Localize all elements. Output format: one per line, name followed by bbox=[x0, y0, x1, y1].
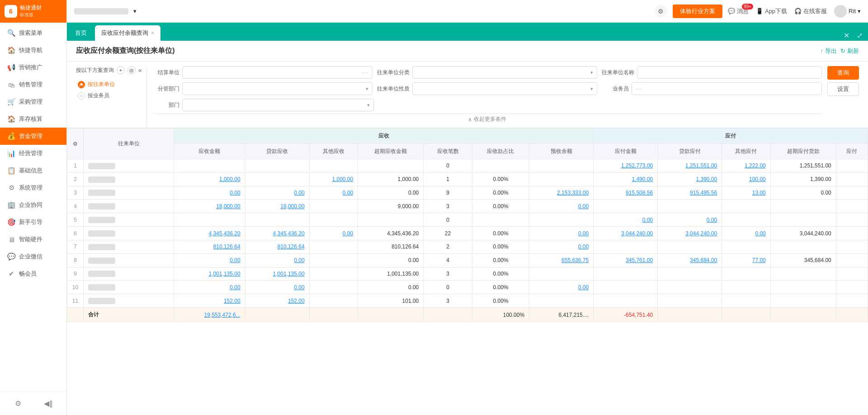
sidebar-item-finance[interactable]: 💰资金管理 bbox=[0, 128, 66, 145]
wechat-icon: 💬 bbox=[7, 253, 15, 261]
th-payable-amount: 应付金额 bbox=[594, 144, 658, 159]
maximize-icon[interactable]: ⤢ bbox=[855, 30, 864, 41]
settlement-unit-input[interactable]: ··· bbox=[182, 66, 373, 79]
sidebar-item-quick[interactable]: 🏠快捷导航 bbox=[0, 42, 66, 59]
row-partner bbox=[84, 227, 174, 240]
partner-category-select[interactable]: ▾ bbox=[412, 66, 597, 79]
setting-button[interactable]: 设置 bbox=[827, 82, 859, 96]
collapse-filter-button[interactable]: « bbox=[138, 67, 142, 74]
row-loan-receivable bbox=[245, 213, 309, 227]
table-wrapper: ⚙ 往来单位 应收 应付 应收金额 贷款应收 其他应收 超期应收金额 应收笔数 bbox=[67, 128, 868, 415]
user-avatar bbox=[834, 5, 847, 18]
sidebar-item-corp[interactable]: 🏢企业协同 bbox=[0, 196, 66, 214]
row-num: 1 bbox=[67, 159, 84, 173]
label-settlement-unit: 结算单位 bbox=[152, 69, 179, 76]
row-payable-amount: 3,044,240.00 bbox=[594, 227, 658, 240]
row-receivable-amount: 4,345,436.20 bbox=[174, 227, 245, 240]
app-download-button[interactable]: 📱 App下载 bbox=[756, 7, 787, 15]
sidebar-item-marketing[interactable]: 📢营销推广 bbox=[0, 59, 66, 76]
row-overdue-payable bbox=[770, 267, 836, 281]
dept-select[interactable]: ▾ bbox=[182, 99, 374, 111]
label-dept-manager: 分管部门 bbox=[152, 85, 179, 93]
sidebar-item-wechat[interactable]: 💬企业微信 bbox=[0, 248, 66, 265]
sidebar-item-sales[interactable]: 🛍销售管理 bbox=[0, 76, 66, 93]
row-advance-balance bbox=[529, 213, 594, 227]
tab-home[interactable]: 首页 bbox=[69, 25, 93, 41]
user-name: Rit bbox=[849, 8, 856, 14]
row-loan-receivable: 152.00 bbox=[245, 294, 309, 308]
row-receivable-ratio: 0.00% bbox=[472, 186, 529, 200]
row-advance-balance: 0.00 bbox=[529, 240, 594, 253]
sidebar-item-member[interactable]: ✔畅会员 bbox=[0, 265, 66, 282]
th-settings[interactable]: ⚙ bbox=[67, 129, 84, 159]
row-receivable-ratio: 0.00% bbox=[472, 200, 529, 213]
sidebar-item-operation[interactable]: 📊经营管理 bbox=[0, 145, 66, 162]
row-receivable-count: 3 bbox=[424, 200, 472, 213]
user-menu[interactable]: Rit ▾ bbox=[834, 5, 861, 18]
partner-nature-select[interactable]: ▾ bbox=[412, 82, 597, 95]
row-advance-balance: 2,153,333.00 bbox=[529, 186, 594, 200]
export-button[interactable]: ↑ 导出 bbox=[821, 47, 837, 55]
th-receivable-count: 应收笔数 bbox=[424, 144, 472, 159]
tab-close-icon[interactable]: × bbox=[151, 30, 154, 36]
row-loan-payable: 3,044,240.00 bbox=[658, 227, 722, 240]
row-payable-suffix bbox=[836, 213, 868, 227]
filter-by-partner[interactable]: 按往来单位 bbox=[78, 79, 142, 90]
row-other-payable bbox=[722, 200, 771, 213]
salesman-input[interactable]: ··· bbox=[632, 82, 822, 95]
row-loan-payable: 1,251,551.00 bbox=[658, 159, 722, 173]
sidebar-item-hardware[interactable]: 🖥智能硬件 bbox=[0, 231, 66, 248]
sidebar-item-inventory[interactable]: 🏠库存核算 bbox=[0, 110, 66, 128]
filter-by-salesman[interactable]: ○ 按业务员 bbox=[78, 90, 142, 101]
logo-name: 畅捷通财 bbox=[20, 5, 42, 12]
row-overdue-receivable: 0.00 bbox=[358, 253, 424, 267]
breadcrumb-dropdown-icon[interactable]: ▾ bbox=[131, 8, 138, 15]
cta-button[interactable]: 体验行业方案 bbox=[673, 5, 722, 18]
row-partner bbox=[84, 159, 174, 173]
row-overdue-payable bbox=[770, 200, 836, 213]
logo-badge: 标准版 bbox=[20, 12, 42, 18]
row-partner bbox=[84, 186, 174, 200]
tab-label: 应收应付余额查询 bbox=[101, 29, 148, 37]
query-button[interactable]: 查询 bbox=[827, 66, 859, 80]
scheme-settings-button[interactable]: ◎ bbox=[127, 66, 136, 74]
messages-button[interactable]: 💬 消息 99+ bbox=[728, 7, 749, 15]
row-overdue-payable bbox=[770, 240, 836, 253]
sidebar-item-basic[interactable]: 📋基础信息 bbox=[0, 162, 66, 179]
row-num: 8 bbox=[67, 253, 84, 267]
row-other-receivable: 1,000.00 bbox=[309, 172, 358, 186]
sidebar-item-system[interactable]: ⚙系统管理 bbox=[0, 179, 66, 196]
row-loan-receivable: 0.00 bbox=[245, 253, 309, 267]
label-dept: 部门 bbox=[152, 101, 179, 109]
sidebar-item-purchase[interactable]: 🛒采购管理 bbox=[0, 93, 66, 110]
th-loan-receivable: 贷款应收 bbox=[245, 144, 309, 159]
row-receivable-count: 1 bbox=[424, 172, 472, 186]
row-overdue-payable: 345,684.00 bbox=[770, 253, 836, 267]
settings-icon[interactable]: ⚙ bbox=[5, 396, 32, 410]
dept-manager-select[interactable]: ▾ bbox=[182, 82, 373, 95]
row-other-payable bbox=[722, 213, 771, 227]
row-num: 2 bbox=[67, 172, 84, 186]
row-loan-receivable: 0.00 bbox=[245, 281, 309, 294]
row-receivable-ratio: 0.00% bbox=[472, 172, 529, 186]
close-window-icon[interactable]: ✕ bbox=[842, 30, 851, 41]
row-num: 5 bbox=[67, 213, 84, 227]
sidebar-item-guide[interactable]: 🎯新手引导 bbox=[0, 214, 66, 231]
row-partner bbox=[84, 253, 174, 267]
system-icon: ⚙ bbox=[7, 184, 15, 192]
add-scheme-button[interactable]: + bbox=[117, 66, 125, 74]
filter-partner-nature: 往来单位性质 ▾ bbox=[377, 82, 597, 95]
gear-button[interactable]: ⚙ bbox=[655, 5, 667, 18]
row-loan-payable bbox=[658, 240, 722, 253]
sidebar-item-search[interactable]: 🔍搜索菜单 bbox=[0, 24, 66, 42]
row-receivable-count: 4 bbox=[424, 253, 472, 267]
collapse-icon[interactable]: ◀‖ bbox=[35, 396, 62, 410]
refresh-button[interactable]: ↻ 刷新 bbox=[840, 47, 859, 55]
page-header: 应收应付余额查询(按往来单位) ↑ 导出 ↻ 刷新 bbox=[67, 41, 868, 62]
row-payable-amount: 345,761.00 bbox=[594, 253, 658, 267]
collapse-more-button[interactable]: ∧ 收起更多条件 bbox=[152, 113, 822, 125]
tab-receivable-query[interactable]: 应收应付余额查询 × bbox=[95, 25, 160, 41]
partner-name-input[interactable] bbox=[637, 66, 822, 79]
th-receivable-ratio: 应收款占比 bbox=[472, 144, 529, 159]
online-service-button[interactable]: 🎧 在线客服 bbox=[794, 7, 827, 15]
